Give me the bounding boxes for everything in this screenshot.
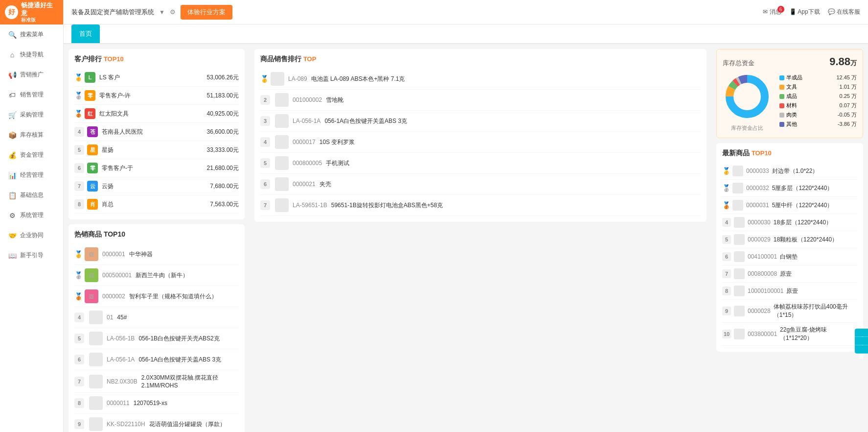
service-icon: 💬 xyxy=(828,8,837,15)
hot-prod-img-7 xyxy=(89,375,103,388)
customer-rank-row-1: 🥇 L LS 客户 53,006.26元 xyxy=(74,69,239,87)
hot-prod-name-7: 2.0X30MM双摆花轴.摆花直径2.1MM/ROHS xyxy=(141,374,239,389)
customer-value-7: 7,680.00元 xyxy=(210,182,239,191)
float-btn-community[interactable]: 服务社区 xyxy=(855,337,868,345)
message-badge[interactable]: ✉ 消息 6 xyxy=(763,8,781,16)
psale-img-5 xyxy=(275,156,289,170)
trial-button[interactable]: 体验行业方案 xyxy=(181,5,232,20)
sidebar-item-operation[interactable]: 📊 经营管理 xyxy=(0,165,63,185)
col-left: 客户排行 TOP10 🥇 L LS 客户 53,006.26元 🥈 零 零售客户… xyxy=(64,44,250,432)
sidebar-item-collab[interactable]: 🤝 企业协同 xyxy=(0,225,63,245)
avatar-5: 星 xyxy=(87,144,98,155)
legend-item-2: 文具 1.01 万 xyxy=(779,83,857,91)
sidebar-item-guide[interactable]: 📖 新手引导 xyxy=(0,245,63,265)
customer-ranking-card: 客户排行 TOP10 🥇 L LS 客户 53,006.26元 🥈 零 零售客户… xyxy=(69,49,245,219)
inventory-title: 库存总资金 xyxy=(723,59,754,68)
avatar-8: 肖 xyxy=(87,199,98,210)
customer-name-4: 苍南县人民医院 xyxy=(102,128,207,136)
page-tabs: 首页 xyxy=(64,24,868,44)
psale-row-7: 7 LA-59651-1B 59651-1B旋转投影灯电池盒ABS黑色+58克 xyxy=(260,195,701,216)
sales-icon: 🏷 xyxy=(8,91,16,99)
message-icon: ✉ xyxy=(763,8,769,15)
customer-rank-table: 🥇 L LS 客户 53,006.26元 🥈 零 零售客户-许 51,183.0… xyxy=(74,69,239,214)
customer-rank-row-7: 7 云 云扬 7,680.00元 xyxy=(74,177,239,195)
psale-row-2: 2 001000002 雪地靴 xyxy=(260,90,701,111)
legend-label-3: 成品 xyxy=(786,93,797,100)
psale-name-2: 雪地靴 xyxy=(326,96,701,104)
np-rank-8: 8 xyxy=(722,287,731,295)
hot-prod-code-5: LA-056-1B xyxy=(107,335,135,342)
np-img-3 xyxy=(732,200,743,211)
sidebar-item-basic-label: 基础信息 xyxy=(20,191,44,199)
hot-prod-img-6 xyxy=(89,353,103,366)
sidebar-item-finance[interactable]: 💰 资金管理 xyxy=(0,145,63,165)
np-rank-5: 5 xyxy=(722,235,731,244)
collab-icon: 🤝 xyxy=(8,232,16,240)
np-row-6: 6 004100001 白钢垫 xyxy=(722,248,857,265)
sidebar-item-marketing[interactable]: 📢 营销推广 xyxy=(0,65,63,85)
customer-value-5: 33,333.00元 xyxy=(207,146,239,154)
main-area: 装备及固定资产辅助管理系统 ▼ ⚙ 体验行业方案 ✉ 消息 6 📱 App下载 … xyxy=(64,0,868,432)
rank-num-8: 8 xyxy=(74,199,84,209)
app-download-label: App下载 xyxy=(798,8,820,15)
col-right: 库存总资金 9.88万 xyxy=(711,44,868,432)
np-img-2 xyxy=(732,183,743,193)
avatar-1: L xyxy=(85,72,95,83)
legend-item-5: 肉类 -0.05 万 xyxy=(779,111,857,119)
np-medal-1: 🥇 xyxy=(722,167,731,175)
settings-icon[interactable]: ⚙ xyxy=(170,8,176,16)
sidebar-item-system[interactable]: ⚙ 系统管理 xyxy=(0,205,63,225)
customer-name-1: LS 客户 xyxy=(99,73,207,82)
psale-name-7: 59651-1B旋转投影灯电池盒ABS黑色+58克 xyxy=(331,201,701,210)
hot-prod-code-9: KK-SD22110H xyxy=(107,421,145,428)
hot-prod-name-3: 智利车子里（规格不知道填什么） xyxy=(129,292,239,301)
hot-rank-6: 6 xyxy=(74,355,84,364)
legend-label-5: 肉类 xyxy=(786,111,797,119)
sidebar-item-shortcut[interactable]: ⌂ 快捷导航 xyxy=(0,45,63,65)
np-img-4 xyxy=(734,217,745,228)
hot-rank-5: 5 xyxy=(74,334,84,343)
np-code-9: 0000028 xyxy=(748,308,771,314)
np-rank-7: 7 xyxy=(722,269,731,278)
avatar-2: 零 xyxy=(85,90,95,101)
sidebar-item-sales[interactable]: 🏷 销售管理 xyxy=(0,85,63,105)
psale-img-6 xyxy=(275,177,289,191)
new-top-label: TOP10 xyxy=(752,149,772,157)
sidebar-item-purchase[interactable]: 🛒 采购管理 xyxy=(0,105,63,125)
inventory-icon: 📦 xyxy=(8,131,16,139)
product-sales-list: 🥇 LA-089 电池盖 LA-089 ABS本色+黑种 7.1克 2 0010… xyxy=(260,69,701,216)
psale-code-5: 000800005 xyxy=(293,160,322,167)
np-name-10: 22g鱼豆腐-烧烤味（1*12*20） xyxy=(780,326,857,342)
psale-rank-7: 7 xyxy=(260,200,270,210)
sidebar-item-basic[interactable]: 📋 基础信息 xyxy=(0,185,63,205)
customer-rank-row-3: 🥉 红 红太阳文具 40,925.00元 xyxy=(74,105,239,123)
float-btn-service[interactable]: 客服热线 xyxy=(855,329,868,337)
customer-name-5: 星扬 xyxy=(102,146,207,154)
hot-prod-row-5: 5 LA-056-1B 056-1B白色按键开关壳ABS2克 xyxy=(74,328,239,349)
sidebar-item-search[interactable]: 🔍 搜索菜单 xyxy=(0,24,63,45)
hot-prod-code-2: 000500001 xyxy=(102,272,132,279)
sidebar-item-inventory[interactable]: 📦 库存核算 xyxy=(0,125,63,145)
chart-area: 库存资金占比 半成品 12.45 万 xyxy=(723,72,857,132)
customer-name-7: 云扬 xyxy=(102,182,210,191)
float-btn-live[interactable]: 直播 xyxy=(855,345,868,354)
app-download-link[interactable]: 📱 App下载 xyxy=(789,8,820,16)
psale-medal-1: 🥇 xyxy=(260,75,269,83)
psale-rank-5: 5 xyxy=(260,158,270,168)
psale-code-7: LA-59651-1B xyxy=(293,202,327,209)
psale-row-1: 🥇 LA-089 电池盖 LA-089 ABS本色+黑种 7.1克 xyxy=(260,69,701,90)
np-img-1 xyxy=(732,166,743,176)
dropdown-arrow[interactable]: ▼ xyxy=(159,9,165,16)
tab-home[interactable]: 首页 xyxy=(71,24,100,43)
np-name-1: 封边带（1.0*22） xyxy=(772,167,857,175)
inventory-card: 库存总资金 9.88万 xyxy=(716,49,863,138)
np-img-5 xyxy=(734,234,745,245)
message-count: 6 xyxy=(777,6,784,13)
hot-prod-row-1: 🥇 🖼 0000001 中华神器 xyxy=(74,244,239,265)
legend-item-4: 材料 0.07 万 xyxy=(779,102,857,109)
sidebar-item-inventory-label: 库存核算 xyxy=(20,131,44,139)
hot-rank-4: 4 xyxy=(74,312,84,322)
logo-main: 畅捷通好生意 xyxy=(21,1,58,17)
hot-medal-3: 🥉 xyxy=(74,292,83,300)
online-service-link[interactable]: 💬 在线客服 xyxy=(828,8,860,16)
